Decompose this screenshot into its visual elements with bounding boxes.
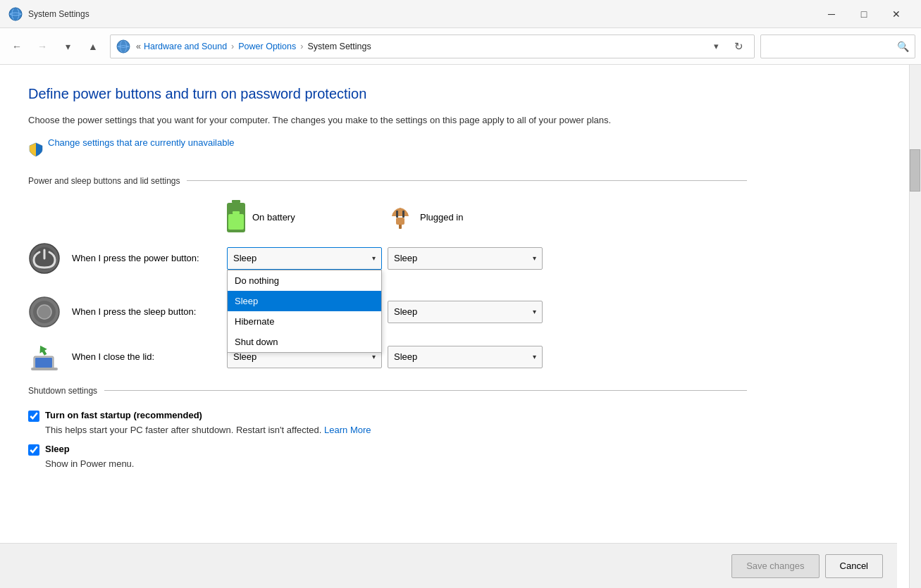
close-button[interactable]: ✕ [880, 3, 913, 25]
svg-rect-21 [31, 368, 58, 370]
titlebar: System Settings ─ □ ✕ [0, 0, 921, 28]
lid-icon [28, 341, 61, 373]
fast-startup-checkbox-row: Turn on fast startup (recommended) [28, 410, 747, 422]
learn-more-link[interactable]: Learn More [324, 425, 371, 435]
globe-icon [116, 39, 130, 54]
power-battery-dropdown-menu: Do nothing Sleep Hibernate Shut down [227, 270, 382, 353]
lid-label: When I close the lid: [72, 351, 227, 362]
fast-startup-checkbox[interactable] [28, 411, 39, 422]
fast-startup-label: Turn on fast startup (recommended) [45, 410, 202, 420]
minimize-button[interactable]: ─ [815, 3, 848, 25]
navbar: ← → ▾ ▲ « Hardware and Sound › Power Opt… [0, 28, 921, 65]
power-battery-dropdown-value: Sleep [233, 253, 372, 263]
sleep-checkbox-row: Sleep [28, 444, 747, 456]
option-sleep[interactable]: Sleep [228, 291, 381, 311]
power-plugged-dropdown-arrow: ▾ [533, 254, 536, 262]
sleep-checkbox-label: Sleep [45, 444, 70, 454]
plugged-col-header: Plugged in [386, 200, 541, 235]
sleep-button-icon [28, 296, 61, 328]
power-button-label: When I press the power button: [72, 253, 227, 263]
breadcrumb-arrow1: › [231, 42, 234, 51]
power-plugged-dropdown-value: Sleep [394, 253, 533, 263]
scrollbar-thumb[interactable] [910, 149, 920, 192]
lid-plugged-dropdown-arrow: ▾ [533, 353, 536, 361]
page-heading: Define power buttons and turn on passwor… [28, 86, 747, 102]
sleep-plugged-dropdown-wrapper: Sleep ▾ [388, 301, 543, 323]
sleep-button-label: When I press the sleep button: [72, 306, 227, 317]
shutdown-section-label: Shutdown settings [28, 386, 97, 396]
titlebar-icon [8, 7, 23, 21]
lid-plugged-dropdown-wrapper: Sleep ▾ [388, 346, 543, 368]
breadcrumb-arrow2: › [300, 42, 303, 51]
shutdown-section: Turn on fast startup (recommended) This … [28, 410, 747, 469]
svg-rect-9 [233, 211, 240, 214]
content: Define power buttons and turn on passwor… [0, 65, 775, 548]
sleep-plugged-dropdown-arrow: ▾ [533, 308, 536, 315]
address-bar: « Hardware and Sound › Power Options › S… [110, 35, 755, 58]
svg-rect-6 [232, 200, 240, 203]
battery-icon [225, 200, 247, 235]
divider-line-2 [104, 390, 747, 391]
sleep-plugged-dropdown[interactable]: Sleep ▾ [388, 301, 543, 323]
lid-battery-dropdown-value: Sleep [233, 351, 372, 362]
up-button[interactable]: ▲ [82, 35, 104, 58]
search-button[interactable]: 🔍 [897, 41, 909, 52]
option-hibernate[interactable]: Hibernate [228, 311, 381, 332]
plug-icon [386, 204, 414, 232]
divider-line-1 [187, 180, 747, 181]
change-settings-link[interactable]: Change settings that are currently unava… [48, 137, 235, 148]
lid-plugged-dropdown-value: Sleep [394, 351, 533, 362]
sleep-checkbox[interactable] [28, 444, 39, 456]
power-battery-dropdown-wrapper: Sleep ▾ Do nothing Sleep Hibernate Shut … [227, 247, 382, 270]
forward-button[interactable]: → [31, 35, 54, 58]
option-do-nothing[interactable]: Do nothing [228, 270, 381, 291]
breadcrumb-hardware[interactable]: Hardware and Sound [144, 42, 227, 51]
sleep-button-row: When I press the sleep button: Sleep ▾ S… [28, 296, 747, 328]
option-shut-down[interactable]: Shut down [228, 332, 381, 352]
search-box: 🔍 [760, 35, 915, 58]
svg-rect-12 [396, 211, 398, 218]
content-area: Define power buttons and turn on passwor… [0, 65, 909, 588]
scrollbar-track[interactable] [909, 65, 921, 588]
main-wrapper: Define power buttons and turn on passwor… [0, 65, 921, 588]
power-plugged-dropdown-wrapper: Sleep ▾ [388, 247, 543, 270]
breadcrumb-current: System Settings [307, 42, 371, 51]
svg-rect-13 [402, 211, 404, 218]
svg-point-18 [37, 305, 51, 319]
power-button-icon [28, 242, 61, 275]
breadcrumb-sep1: « [136, 42, 141, 51]
description: Choose the power settings that you want … [28, 113, 747, 127]
power-sleep-section-header: Power and sleep buttons and lid settings [28, 176, 747, 186]
lid-row: When I close the lid: Sleep ▾ Sleep ▾ [28, 341, 747, 373]
footer: Save changes Cancel [0, 543, 897, 588]
battery-col-header: On battery [225, 200, 381, 235]
refresh-button[interactable]: ↻ [729, 37, 748, 56]
save-button[interactable]: Save changes [731, 554, 819, 578]
maximize-button[interactable]: □ [848, 3, 880, 25]
shutdown-section-header: Shutdown settings [28, 386, 747, 396]
svg-rect-11 [396, 218, 404, 225]
titlebar-title: System Settings [28, 9, 815, 19]
titlebar-controls: ─ □ ✕ [815, 3, 913, 25]
breadcrumb-power[interactable]: Power Options [238, 42, 296, 51]
power-button-row: When I press the power button: Sleep ▾ D… [28, 242, 747, 275]
shield-icon [28, 142, 44, 157]
svg-rect-8 [228, 214, 244, 230]
cancel-button[interactable]: Cancel [825, 554, 883, 578]
column-headers: On battery Plugged in [225, 200, 747, 235]
change-settings-row: Change settings that are currently unava… [28, 137, 747, 162]
back-button[interactable]: ← [6, 35, 28, 58]
search-input[interactable] [767, 42, 897, 51]
dropdown-nav-button[interactable]: ▾ [56, 35, 79, 58]
svg-rect-20 [35, 358, 52, 368]
power-sleep-label: Power and sleep buttons and lid settings [28, 176, 180, 186]
lid-plugged-dropdown[interactable]: Sleep ▾ [388, 346, 543, 368]
power-plugged-dropdown[interactable]: Sleep ▾ [388, 247, 543, 270]
battery-col-label: On battery [252, 212, 295, 223]
lid-battery-dropdown-arrow: ▾ [372, 353, 376, 361]
address-dropdown-button[interactable]: ▾ [706, 37, 726, 56]
fast-startup-desc: This helps start your PC faster after sh… [45, 425, 747, 435]
sleep-checkbox-desc: Show in Power menu. [45, 458, 747, 469]
sleep-plugged-dropdown-value: Sleep [394, 306, 533, 317]
power-battery-dropdown[interactable]: Sleep ▾ [227, 247, 382, 270]
